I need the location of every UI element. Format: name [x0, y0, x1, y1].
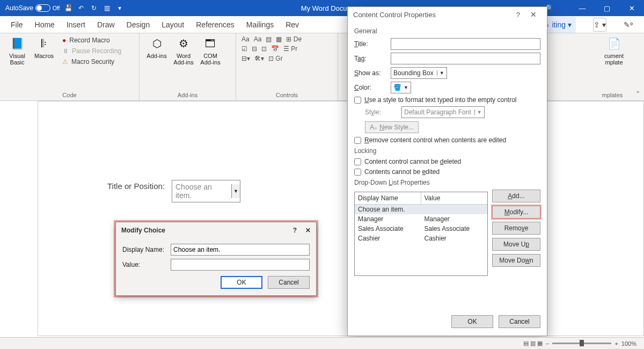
- chevron-down-icon: ▼: [474, 110, 482, 115]
- move-down-button[interactable]: Move Down: [492, 254, 540, 267]
- cannot-edit-checkbox[interactable]: [354, 169, 361, 176]
- tab-layout[interactable]: Layout: [162, 18, 184, 31]
- chevron-down-icon: ▼: [437, 70, 444, 76]
- cancel-button[interactable]: Cancel: [499, 315, 540, 328]
- ok-button[interactable]: OK: [221, 276, 262, 289]
- tab-home[interactable]: Home: [35, 18, 55, 31]
- zoom-in-button[interactable]: +: [614, 340, 618, 347]
- new-style-button[interactable]: A₊New Style...: [365, 121, 419, 133]
- qat-dropdown-icon[interactable]: ▾: [115, 4, 124, 12]
- pause-icon: ⏸: [62, 47, 69, 55]
- word-addins-button[interactable]: ⚙Word Add-ins: [172, 35, 195, 66]
- close-icon[interactable]: ✕: [305, 227, 311, 234]
- comments-icon[interactable]: ✎ᵒ: [624, 18, 633, 31]
- group-label-templates: mplates: [599, 92, 626, 98]
- macro-security-button[interactable]: ⚠Macro Security: [62, 58, 121, 66]
- picture-control-icon[interactable]: ▤: [266, 35, 272, 43]
- ok-button[interactable]: OK: [451, 315, 493, 328]
- showas-label: Show as:: [354, 69, 385, 77]
- section-dropdown: Drop-Down List Properties: [354, 179, 540, 186]
- dropdown-placeholder: Choose an item.: [172, 180, 231, 202]
- addins-icon: ⬡: [149, 35, 165, 52]
- combobox-control-icon[interactable]: ⊟: [252, 45, 257, 53]
- collapse-ribbon-icon[interactable]: ⌃: [635, 90, 640, 97]
- record-macro-button[interactable]: ●Record Macro: [62, 37, 121, 44]
- content-control-properties-dialog: Content Control Properties ? ✕ General T…: [347, 6, 547, 336]
- maximize-button[interactable]: ▢: [595, 0, 619, 16]
- remove-cc-checkbox[interactable]: [354, 137, 361, 144]
- zoom-level[interactable]: 100%: [621, 340, 636, 347]
- remove-button[interactable]: Remove: [492, 222, 540, 235]
- dropdown-content-control[interactable]: Choose an item. ▼: [172, 180, 240, 202]
- tab-file[interactable]: File: [11, 18, 23, 31]
- list-item[interactable]: CashierCashier: [355, 234, 487, 243]
- document-canvas[interactable]: Title or Position: Choose an item. ▼ Mod…: [38, 101, 644, 336]
- col-value: Value: [421, 192, 488, 204]
- redo-icon[interactable]: ↻: [90, 4, 98, 12]
- display-name-input[interactable]: [171, 244, 310, 256]
- dropdown-list[interactable]: Display Name Value Choose an item. Manag…: [354, 192, 488, 276]
- cannot-delete-checkbox[interactable]: [354, 158, 361, 165]
- building-block-control-icon[interactable]: ▦: [276, 35, 282, 43]
- tab-draw[interactable]: Draw: [97, 18, 115, 31]
- help-icon[interactable]: ?: [511, 11, 525, 19]
- dropdown-control-icon[interactable]: ⊡: [261, 45, 267, 53]
- cannot-delete-label: Content control cannot be deleted: [364, 158, 461, 165]
- group-button[interactable]: ⊡ Gr: [268, 55, 283, 62]
- dropdown-chevron-icon[interactable]: ▼: [231, 184, 240, 198]
- close-icon[interactable]: ✕: [525, 10, 541, 19]
- cancel-button[interactable]: Cancel: [268, 276, 310, 289]
- use-style-checkbox[interactable]: [354, 97, 361, 104]
- plain-text-control-icon[interactable]: Aa: [254, 35, 262, 43]
- use-style-label: Use a style to format text typed into th…: [364, 96, 516, 104]
- document-template-button[interactable]: 📄cumentmplate: [599, 35, 629, 66]
- word-addins-icon: ⚙: [175, 35, 192, 52]
- move-up-button[interactable]: Move Up: [492, 238, 540, 251]
- showas-select[interactable]: Bounding Box▼: [391, 67, 447, 79]
- com-addins-button[interactable]: 🗔COM Add-ins: [199, 35, 222, 66]
- list-item[interactable]: ManagerManager: [355, 214, 487, 224]
- minimize-button[interactable]: —: [570, 0, 595, 16]
- addins-button[interactable]: ⬡Add-ins: [145, 35, 169, 66]
- legacy-tools-icon[interactable]: 🛠▾: [254, 55, 264, 62]
- pause-recording-button[interactable]: ⏸Pause Recording: [62, 47, 121, 55]
- repeating-control-icon[interactable]: ⊟▾: [241, 55, 250, 62]
- tab-review[interactable]: Rev: [286, 18, 299, 31]
- tab-mailings[interactable]: Mailings: [246, 18, 274, 31]
- modify-button[interactable]: Modify...: [492, 206, 540, 219]
- visual-basic-button[interactable]: 📘Visual Basic: [5, 35, 29, 67]
- tab-references[interactable]: References: [196, 18, 235, 31]
- tag-input[interactable]: [391, 53, 540, 64]
- tab-design[interactable]: Design: [127, 18, 150, 31]
- share-button[interactable]: ⇪ ▾: [593, 18, 606, 32]
- autosave-toggle[interactable]: AutoSave Off: [5, 4, 60, 12]
- warning-icon: ⚠: [62, 58, 68, 66]
- title-input[interactable]: [391, 38, 540, 50]
- style-select[interactable]: Default Paragraph Font▼: [401, 106, 485, 118]
- rich-text-control-icon[interactable]: Aa: [241, 35, 250, 43]
- value-input[interactable]: [171, 259, 310, 271]
- undo-icon[interactable]: ↶: [77, 4, 85, 12]
- zoom-out-button[interactable]: −: [546, 340, 549, 347]
- properties-button[interactable]: ☰ Pr: [283, 45, 297, 53]
- checkbox-control-icon[interactable]: ☑: [241, 45, 247, 53]
- tag-label: Tag:: [354, 55, 385, 62]
- list-item[interactable]: Sales AssociateSales Associate: [355, 224, 487, 234]
- close-button[interactable]: ✕: [619, 0, 644, 16]
- design-mode-button[interactable]: ⊞ De: [286, 35, 302, 43]
- zoom-slider[interactable]: [552, 343, 611, 344]
- tab-insert[interactable]: Insert: [67, 18, 85, 31]
- color-picker[interactable]: 🪣▼: [391, 82, 411, 93]
- add-button[interactable]: Add...: [492, 190, 540, 202]
- dialog-title: Modify Choice: [121, 227, 165, 234]
- save-icon[interactable]: 💾: [64, 4, 72, 12]
- qat-more-icon[interactable]: ▥: [103, 4, 111, 12]
- list-item[interactable]: Choose an item.: [355, 205, 487, 214]
- date-picker-control-icon[interactable]: 📅: [271, 45, 279, 53]
- title-bar: AutoSave Off 💾 ↶ ↻ ▥ ▾ My Word Document.…: [0, 0, 644, 16]
- macros-button[interactable]: 𝄆Macros: [32, 35, 56, 67]
- modify-choice-dialog: Modify Choice ?✕ Display Name: Value: OK…: [115, 222, 317, 296]
- record-icon: ●: [62, 37, 66, 44]
- help-icon[interactable]: ?: [293, 227, 297, 234]
- view-icons[interactable]: ▤ ▥ ▦: [523, 340, 543, 347]
